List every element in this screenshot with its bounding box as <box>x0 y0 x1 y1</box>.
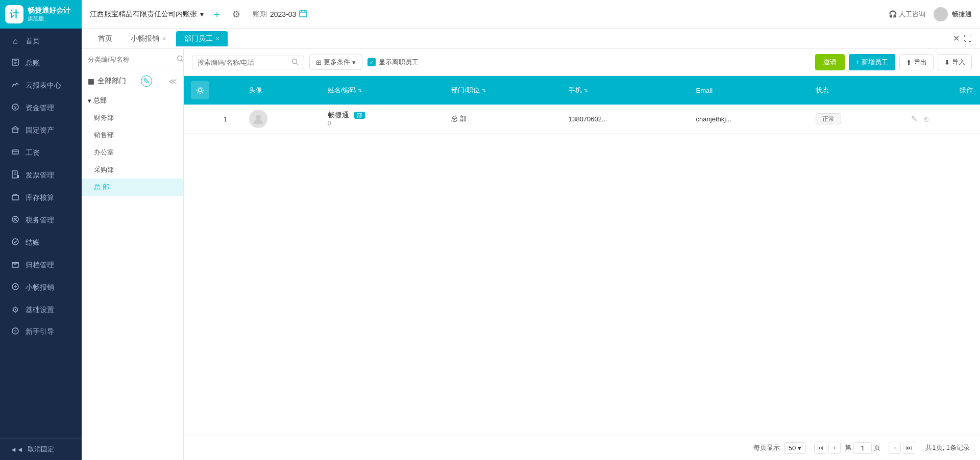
sidebar-item-funds[interactable]: ¥ 资金管理 <box>0 97 82 119</box>
sidebar-item-guide[interactable]: ? 新手引导 <box>0 321 82 343</box>
add-company-btn[interactable]: ＋ <box>210 7 224 21</box>
dept-item-caigou[interactable]: 采购部 <box>82 161 183 178</box>
td-phone: 138070602... <box>561 105 689 134</box>
sidebar-item-archive[interactable]: 归档管理 <box>0 254 82 276</box>
sidebar-item-assets[interactable]: 固定资产 <box>0 119 82 142</box>
all-dept-label[interactable]: ▦ 全部部门 <box>88 76 126 86</box>
service-btn[interactable]: 🎧 人工咨询 <box>889 10 925 19</box>
employee-table: 头像 姓名/编码 ⇅ 部门/职位 <box>184 76 980 134</box>
dept-item-label: 总 部 <box>94 183 109 191</box>
import-btn[interactable]: ⬇ 导入 <box>938 54 972 70</box>
sidebar-item-inventory[interactable]: 库存核算 <box>0 187 82 209</box>
sidebar-item-home[interactable]: ⌂ 首页 <box>0 31 82 52</box>
td-dept: 总 部 <box>444 105 561 134</box>
sidebar-item-salary[interactable]: 工资 <box>0 142 82 164</box>
dept-item-bangong[interactable]: 办公室 <box>82 144 183 161</box>
invoice-icon <box>10 170 20 181</box>
xiaochang-icon <box>10 283 20 293</box>
page-number-input[interactable] <box>853 442 872 454</box>
settings-btn[interactable]: ⚙ <box>230 9 242 20</box>
th-dept[interactable]: 部门/职位 ⇅ <box>444 76 561 105</box>
filter-btn[interactable]: ⊞ 更多条件 ▾ <box>309 55 362 70</box>
import-label: 导入 <box>952 58 965 67</box>
archive-icon <box>10 260 20 270</box>
prev-page-btn[interactable]: ‹ <box>828 442 841 454</box>
dept-item-caiwu[interactable]: 财务部 <box>82 109 183 126</box>
td-name: 畅捷通 部 0 <box>321 105 444 134</box>
main-area: 江西服宝精品有限责任公司内账张 ▾ ＋ ⚙ 账期 2023-03 🎧 人工咨询 … <box>82 0 980 460</box>
dept-group-name: 总部 <box>93 96 107 105</box>
logo-icon: 计 <box>5 5 23 23</box>
tab-home[interactable]: 首页 <box>90 31 120 46</box>
th-settings[interactable] <box>184 76 216 105</box>
tab-xiaochang[interactable]: 小畅报销 × <box>122 31 174 46</box>
per-page-value: 50 <box>789 444 796 452</box>
invite-btn[interactable]: 邀请 <box>815 54 845 70</box>
sidebar-item-closeout[interactable]: 结账 <box>0 232 82 254</box>
sidebar-item-label: 库存核算 <box>26 193 54 202</box>
tab-close-dept[interactable]: × <box>216 35 219 42</box>
dept-group-label-zongbu[interactable]: ▾ 总部 <box>82 92 183 109</box>
add-employee-btn[interactable]: + 新增员工 <box>849 54 895 70</box>
dept-item-zongbu-sub[interactable]: 总 部 <box>82 178 183 196</box>
tab-xiaochang-label: 小畅报销 <box>131 34 159 43</box>
sidebar-item-xiaochang[interactable]: 小畅报销 <box>0 276 82 299</box>
sidebar-item-label: 首页 <box>26 37 40 46</box>
employee-search-input[interactable] <box>198 59 288 66</box>
sidebar-item-reports[interactable]: 云报表中心 <box>0 74 82 97</box>
row-num: 1 <box>224 115 227 123</box>
per-page-select[interactable]: 50 ▾ <box>784 442 806 454</box>
th-phone[interactable]: 手机 ⇅ <box>561 76 689 105</box>
sidebar-item-invoice[interactable]: 发票管理 <box>0 164 82 187</box>
last-page-btn[interactable]: ⏭ <box>903 442 915 454</box>
employee-search-box <box>192 56 304 69</box>
tab-home-label: 首页 <box>98 34 112 43</box>
close-tab-action[interactable]: ✕ <box>953 34 960 43</box>
show-resigned-toggle[interactable]: ✓ 显示离职员工 <box>368 58 419 67</box>
next-page-btn[interactable]: › <box>889 442 901 454</box>
dept-search-icon[interactable] <box>177 55 184 64</box>
svg-point-33 <box>292 59 297 63</box>
export-btn[interactable]: ⬆ 导出 <box>899 54 934 70</box>
tab-close-xiaochang[interactable]: × <box>162 35 166 42</box>
toolbar-right: 邀请 + 新增员工 ⬆ 导出 ⬇ 导入 <box>815 54 972 70</box>
sidebar-item-settings[interactable]: ⚙ 基础设置 <box>0 299 82 321</box>
all-dept-text: 全部部门 <box>97 76 126 86</box>
pin-icon: ◄◄ <box>10 446 23 453</box>
sort-name-icon: ⇅ <box>358 88 362 93</box>
company-selector[interactable]: 江西服宝精品有限责任公司内账张 ▾ <box>90 10 204 19</box>
chevron-down-icon: ▾ <box>200 10 204 18</box>
cancel-fixed-btn[interactable]: ◄◄ 取消固定 <box>0 438 82 460</box>
sidebar-item-ledger[interactable]: 总账 <box>0 52 82 74</box>
th-avatar-label: 头像 <box>249 86 262 94</box>
dept-panel: ▦ 全部部门 ✎ ≪ ▾ 总部 财务部 销售部 <box>82 49 184 460</box>
cancel-fixed-label: 取消固定 <box>28 445 54 454</box>
sidebar-item-label: 结账 <box>26 238 40 247</box>
sidebar-item-label: 小畅报销 <box>26 283 54 292</box>
th-email: Email <box>689 76 808 105</box>
employee-search-icon[interactable] <box>291 58 299 67</box>
period-label: 账期 <box>253 10 267 19</box>
employee-table-wrapper: 头像 姓名/编码 ⇅ 部门/职位 <box>184 76 980 435</box>
column-settings-icon[interactable] <box>191 81 209 99</box>
filter-btn-label: 更多条件 <box>324 58 350 67</box>
dept-item-xiaoshou[interactable]: 销售部 <box>82 126 183 144</box>
collapse-panel-icon[interactable]: ≪ <box>168 76 177 86</box>
sidebar-item-tax[interactable]: 税务管理 <box>0 209 82 232</box>
sidebar-item-label: 归档管理 <box>26 261 54 270</box>
th-name[interactable]: 姓名/编码 ⇅ <box>321 76 444 105</box>
grid-icon: ▦ <box>88 77 94 85</box>
reports-icon <box>10 81 20 91</box>
dept-search-input[interactable] <box>88 56 174 63</box>
maximize-tab-action[interactable]: ⛶ <box>964 34 972 43</box>
logout-employee-icon[interactable]: ⎋ <box>924 115 928 123</box>
tax-icon <box>10 215 20 225</box>
tab-dept-employee[interactable]: 部门员工 × <box>176 31 228 46</box>
edit-dept-icon[interactable]: ✎ <box>141 75 152 87</box>
export-label: 导出 <box>914 58 927 67</box>
show-resigned-checkbox[interactable]: ✓ <box>368 58 376 66</box>
first-page-btn[interactable]: ⏮ <box>814 442 826 454</box>
sidebar-item-label: 工资 <box>26 148 40 158</box>
edit-employee-icon[interactable]: ✎ <box>911 114 918 123</box>
calendar-icon <box>299 9 307 19</box>
